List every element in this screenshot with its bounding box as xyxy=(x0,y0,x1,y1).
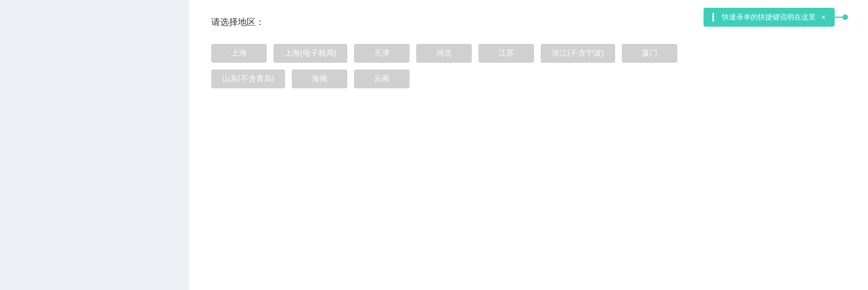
region-btn-xiamen[interactable]: 厦门 xyxy=(622,44,677,63)
region-btn-shanghai[interactable]: 上海 xyxy=(211,44,267,63)
region-btn-shanghai-etax[interactable]: 上海(电子税局) xyxy=(273,44,347,63)
region-btn-tianjin[interactable]: 天津 xyxy=(354,44,410,63)
region-btn-hebei[interactable]: 河北 xyxy=(416,44,472,63)
region-btn-hainan[interactable]: 海南 xyxy=(292,69,347,88)
region-btn-jiangsu[interactable]: 江苏 xyxy=(478,44,534,63)
tooltip-close-button[interactable]: × xyxy=(821,13,826,21)
sidebar xyxy=(0,0,189,290)
tooltip-banner: 快速录单的快捷键说明在这里 × xyxy=(704,8,835,27)
tooltip-line xyxy=(835,17,842,18)
region-btn-shandong[interactable]: 山东(不含青岛) xyxy=(211,69,285,88)
region-btn-zhejiang[interactable]: 浙江(不含宁波) xyxy=(541,44,615,63)
main-content: 请选择地区： 上海 上海(电子税局) 天津 河北 江苏 浙江(不含宁波) 厦门 … xyxy=(189,0,868,290)
region-btn-yunnan[interactable]: 云南 xyxy=(354,69,410,88)
tooltip-dot xyxy=(842,14,848,20)
tooltip-text: 快速录单的快捷键说明在这里 xyxy=(722,12,816,22)
region-buttons: 上海 上海(电子税局) 天津 河北 江苏 浙江(不含宁波) 厦门 山东(不含青岛… xyxy=(211,44,846,88)
